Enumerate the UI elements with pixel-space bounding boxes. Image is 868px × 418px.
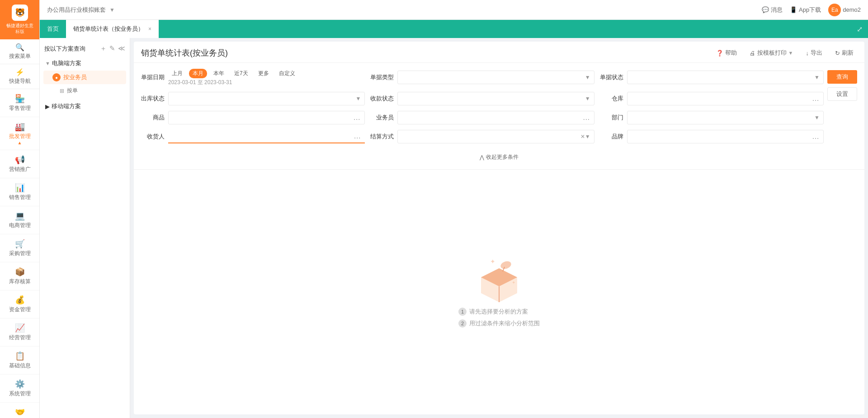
tab-close-icon[interactable]: × bbox=[148, 26, 151, 32]
sidebar-item-system[interactable]: ⚙️ 系统管理 bbox=[0, 375, 39, 403]
help-btn[interactable]: ❓ 帮助 bbox=[712, 47, 741, 59]
settings-button[interactable]: 设置 bbox=[827, 87, 857, 101]
refresh-icon: ↻ bbox=[835, 50, 840, 57]
salesperson-field-group: 业务员 … bbox=[370, 111, 594, 124]
quicknav-label: 快捷导航 bbox=[9, 77, 31, 85]
out-status-arrow-icon: ▼ bbox=[355, 95, 361, 102]
doc-type-control: ▼ bbox=[397, 71, 594, 84]
date-btn-custom[interactable]: 自定义 bbox=[275, 68, 299, 79]
out-status-select[interactable]: ▼ bbox=[168, 92, 365, 105]
refresh-btn[interactable]: ↻ 刷新 bbox=[831, 47, 857, 59]
sidebar-item-retail[interactable]: 🏪 零售管理 bbox=[0, 89, 39, 117]
sidebar-item-marketing[interactable]: 📢 营销推广 bbox=[0, 150, 39, 178]
query-button[interactable]: 查询 bbox=[827, 70, 857, 84]
message-nav-item[interactable]: 💬 消息 bbox=[762, 6, 783, 14]
tab-bar: 首页 销货单统计表（按业务员） × ⤢ bbox=[40, 20, 868, 38]
sidebar-item-operations[interactable]: 📈 经营管理 bbox=[0, 318, 39, 347]
sidebar-search[interactable]: 🔍 搜索菜单 bbox=[0, 39, 39, 64]
sidebar-item-basic[interactable]: 📋 基础信息 bbox=[0, 347, 39, 375]
purchase-icon: 🛒 bbox=[15, 239, 25, 249]
empty-step-2-label: 用过滤条件来缩小分析范围 bbox=[469, 319, 540, 328]
edit-scheme-icon[interactable]: ✎ bbox=[109, 44, 115, 53]
export-btn[interactable]: ↓ 导出 bbox=[802, 47, 826, 59]
export-label: 导出 bbox=[811, 49, 822, 57]
scheme-query-label: 按以下方案查询 bbox=[44, 45, 85, 53]
search-menu-label: 搜索菜单 bbox=[9, 52, 31, 60]
collapse-panel-icon[interactable]: ≪ bbox=[118, 44, 125, 53]
collapse-arrow-icon: ⋀ bbox=[480, 154, 484, 161]
mobile-scheme-header[interactable]: ▶ 移动端方案 bbox=[43, 100, 126, 112]
date-btn-thisyear[interactable]: 本年 bbox=[210, 68, 228, 79]
product-select[interactable]: … bbox=[168, 111, 365, 124]
tab-home-label: 首页 bbox=[47, 25, 59, 33]
message-icon: 💬 bbox=[762, 6, 769, 13]
sidebar-item-enterprise[interactable]: 🤝 企业协同 bbox=[0, 403, 39, 418]
mobile-scheme-label: 移动端方案 bbox=[52, 102, 81, 110]
wholesale-arrow: ▲ bbox=[18, 140, 22, 145]
collapse-conditions-btn[interactable]: ⋀ 收起更多条件 bbox=[141, 151, 857, 164]
doc-type-arrow-icon: ▼ bbox=[585, 74, 590, 81]
doc-status-select[interactable]: ▼ bbox=[627, 71, 824, 84]
wholesale-label: 批发管理 bbox=[9, 133, 31, 140]
filter-fields: 单据日期 上月 本月 本年 近7天 更多 自定义 bbox=[141, 68, 824, 149]
navbar-right: 💬 消息 📱 App下载 Ea demo2 bbox=[762, 4, 861, 16]
doc-status-field-group: 单据状态 ▼ bbox=[600, 71, 824, 84]
scheme-by-order[interactable]: ⊞ 按单 bbox=[43, 85, 126, 97]
date-field-group: 单据日期 上月 本月 本年 近7天 更多 自定义 bbox=[141, 68, 365, 86]
workspace-dropdown-icon[interactable]: ▼ bbox=[109, 7, 115, 13]
tab-expand-btn[interactable]: ⤢ bbox=[851, 25, 868, 33]
sidebar-logo[interactable]: 🐯 畅捷通好生意 标版 bbox=[0, 0, 39, 39]
brand-select[interactable]: … bbox=[627, 130, 824, 143]
sidebar-item-inventory[interactable]: 📦 库存核算 bbox=[0, 262, 39, 290]
tab-home[interactable]: 首页 bbox=[40, 20, 66, 38]
filter-section: 单据日期 上月 本月 本年 近7天 更多 自定义 bbox=[141, 68, 857, 149]
left-panel: 按以下方案查询 ＋ ✎ ≪ ▼ 电脑端方案 ● 按业务员 ⊞ 按 bbox=[40, 38, 130, 418]
department-control: ▼ bbox=[627, 111, 824, 124]
salesperson-select[interactable]: … bbox=[397, 111, 594, 124]
scheme-by-salesperson[interactable]: ● 按业务员 bbox=[43, 71, 126, 84]
print-icon: 🖨 bbox=[750, 50, 755, 57]
user-nav-item[interactable]: Ea demo2 bbox=[828, 4, 861, 16]
desktop-scheme-label: 电脑端方案 bbox=[52, 59, 81, 67]
date-btn-lastmonth[interactable]: 上月 bbox=[168, 68, 186, 79]
page-header-actions: ❓ 帮助 🖨 按模板打印 ▼ ↓ 导出 ↻ 刷新 bbox=[712, 47, 857, 59]
receiver-select[interactable]: … bbox=[168, 130, 365, 143]
receiver-label: 收货人 bbox=[141, 133, 165, 141]
sidebar-item-sales[interactable]: 📊 销售管理 bbox=[0, 178, 39, 206]
sales-icon: 📊 bbox=[15, 183, 25, 193]
operations-icon: 📈 bbox=[15, 323, 25, 333]
sidebar-item-ecommerce[interactable]: 💻 电商管理 bbox=[0, 206, 39, 234]
navbar-left: 办公用品行业模拟账套 ▼ bbox=[47, 6, 115, 14]
doc-type-label: 单据类型 bbox=[370, 73, 394, 81]
user-name: demo2 bbox=[843, 6, 861, 13]
expand-icon: ⤢ bbox=[857, 25, 863, 33]
out-status-field-group: 出库状态 ▼ bbox=[141, 92, 365, 105]
empty-illustration: ✦ ✦ bbox=[472, 257, 526, 302]
doc-type-select[interactable]: ▼ bbox=[397, 71, 594, 84]
add-scheme-icon[interactable]: ＋ bbox=[100, 44, 107, 53]
sidebar-item-wholesale[interactable]: 🏭 批发管理 ▲ bbox=[0, 117, 39, 150]
warehouse-select[interactable]: … bbox=[627, 92, 824, 105]
template-print-btn[interactable]: 🖨 按模板打印 ▼ bbox=[746, 47, 797, 59]
tab-sales-stat[interactable]: 销货单统计表（按业务员） × bbox=[66, 20, 159, 38]
app-download-nav-item[interactable]: 📱 App下载 bbox=[790, 6, 821, 14]
sidebar-item-finance[interactable]: 💰 资金管理 bbox=[0, 290, 39, 318]
sidebar-item-purchase[interactable]: 🛒 采购管理 bbox=[0, 234, 39, 262]
product-dots-icon: … bbox=[353, 114, 361, 122]
sales-label: 销售管理 bbox=[9, 194, 31, 201]
payment-method-select[interactable]: ✕ ▼ bbox=[397, 130, 594, 143]
date-field-control: 上月 本月 本年 近7天 更多 自定义 2023-03-01 至 2023-03… bbox=[168, 68, 365, 86]
tree-group-desktop: ▼ 电脑端方案 ● 按业务员 ⊞ 按单 bbox=[40, 57, 130, 97]
payment-method-control: ✕ ▼ bbox=[397, 130, 594, 143]
department-select[interactable]: ▼ bbox=[627, 111, 824, 124]
main-area: 办公用品行业模拟账套 ▼ 💬 消息 📱 App下载 Ea demo2 首页 bbox=[40, 0, 868, 418]
desktop-scheme-header[interactable]: ▼ 电脑端方案 bbox=[43, 57, 126, 70]
date-btn-7days[interactable]: 近7天 bbox=[231, 68, 252, 79]
date-btn-thismonth[interactable]: 本月 bbox=[189, 69, 207, 78]
empty-text: 1 请先选择要分析的方案 2 用过滤条件来缩小分析范围 bbox=[458, 308, 540, 328]
ecommerce-label: 电商管理 bbox=[9, 222, 31, 229]
date-btn-more[interactable]: 更多 bbox=[255, 68, 273, 79]
receive-status-select[interactable]: ▼ bbox=[397, 92, 594, 105]
payment-clear-icon[interactable]: ✕ bbox=[580, 133, 585, 140]
sidebar-quicknav[interactable]: ⚡ 快捷导航 bbox=[0, 64, 39, 89]
